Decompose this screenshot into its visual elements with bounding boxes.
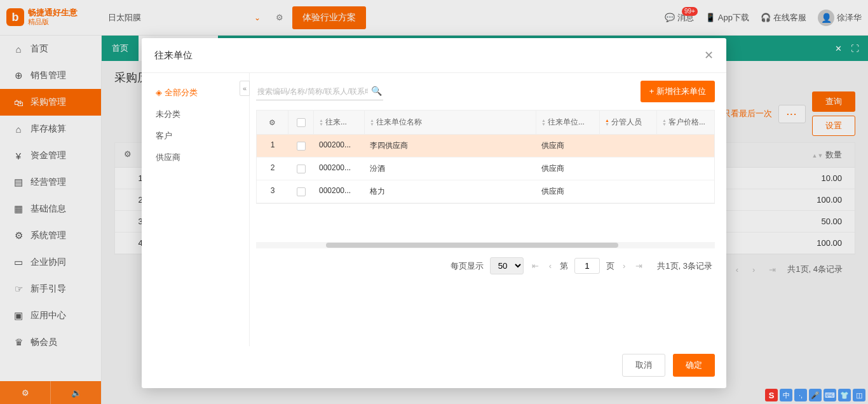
search-input[interactable]	[256, 83, 383, 100]
partner-modal: 往来单位 ✕ « ◈全部分类 未分类 客户 供应商 🔍 + 新增往来单位 ⚙	[142, 38, 726, 388]
table-row[interactable]: 1 000200... 李四供应商 供应商	[257, 135, 714, 158]
pager-prev-icon[interactable]: ‹	[547, 261, 553, 271]
col-type[interactable]: ▲▼往来单位...	[536, 111, 600, 134]
col-person[interactable]: ▲▼分管人员	[600, 111, 657, 134]
ime-brand-icon[interactable]: S	[765, 389, 778, 401]
modal-main: 🔍 + 新增往来单位 ⚙ ▲▼往来... ▲▼往来单位名称 ▲▼往来单位... …	[250, 73, 726, 346]
table-row[interactable]: 2 000200... 汾酒 供应商	[257, 158, 714, 180]
collapse-icon[interactable]: «	[240, 81, 250, 96]
ok-button[interactable]: 确定	[673, 354, 715, 377]
partner-table: ⚙ ▲▼往来... ▲▼往来单位名称 ▲▼往来单位... ▲▼分管人员 ▲▼客户…	[256, 110, 715, 204]
ime-lang-icon[interactable]: 中	[780, 389, 792, 401]
partner-table-header: ⚙ ▲▼往来... ▲▼往来单位名称 ▲▼往来单位... ▲▼分管人员 ▲▼客户…	[257, 111, 714, 135]
col-code[interactable]: ▲▼往来...	[314, 111, 365, 134]
pager-summary: 共1页, 3条记录	[657, 260, 712, 272]
gear-icon[interactable]: ⚙	[257, 111, 288, 134]
category-panel: « ◈全部分类 未分类 客户 供应商	[142, 73, 250, 346]
search-icon[interactable]: 🔍	[371, 86, 382, 96]
search-box: 🔍	[256, 83, 383, 100]
per-page-label: 每页显示	[451, 260, 484, 272]
col-name[interactable]: ▲▼往来单位名称	[365, 111, 536, 134]
ime-punct-icon[interactable]: ·,	[794, 389, 807, 401]
modal-body: « ◈全部分类 未分类 客户 供应商 🔍 + 新增往来单位 ⚙ ▲▼往来... …	[142, 73, 726, 346]
page-input[interactable]	[574, 258, 600, 274]
col-check-all[interactable]	[288, 111, 314, 134]
row-checkbox[interactable]	[297, 165, 306, 173]
col-price[interactable]: ▲▼客户价格...	[657, 111, 714, 134]
cancel-button[interactable]: 取消	[622, 354, 665, 377]
h-scrollbar[interactable]	[256, 242, 715, 248]
row-checkbox[interactable]	[297, 142, 306, 151]
pager-last-icon[interactable]: ⇥	[634, 261, 644, 271]
ime-keyboard-icon[interactable]: ⌨	[824, 389, 836, 401]
cat-customer[interactable]: 客户	[142, 125, 249, 147]
scrollbar-thumb[interactable]	[326, 243, 618, 248]
modal-footer: 取消 确定	[142, 346, 726, 388]
ime-toolbox-icon[interactable]: ◫	[853, 389, 865, 401]
pager-next-icon[interactable]: ›	[621, 261, 627, 271]
row-checkbox[interactable]	[297, 187, 306, 196]
close-icon[interactable]: ✕	[704, 48, 714, 62]
cat-supplier[interactable]: 供应商	[142, 147, 249, 168]
ime-dock: S 中 ·, 🎤 ⌨ 👕 ◫	[765, 389, 865, 401]
modal-pager: 每页显示 50 ⇤ ‹ 第 页 › ⇥ 共1页, 3条记录	[256, 248, 715, 283]
cat-all[interactable]: ◈全部分类	[142, 82, 249, 104]
per-page-select[interactable]: 50	[490, 257, 524, 274]
ime-skin-icon[interactable]: 👕	[838, 389, 851, 401]
table-row[interactable]: 3 000200... 格力 供应商	[257, 180, 714, 203]
modal-title: 往来单位	[154, 50, 193, 62]
cat-uncategorized[interactable]: 未分类	[142, 104, 249, 125]
modal-header: 往来单位 ✕	[142, 38, 726, 73]
ime-mic-icon[interactable]: 🎤	[809, 389, 822, 401]
add-partner-button[interactable]: + 新增往来单位	[641, 81, 715, 102]
pager-first-icon[interactable]: ⇤	[530, 261, 541, 271]
search-row: 🔍 + 新增往来单位	[256, 81, 715, 102]
